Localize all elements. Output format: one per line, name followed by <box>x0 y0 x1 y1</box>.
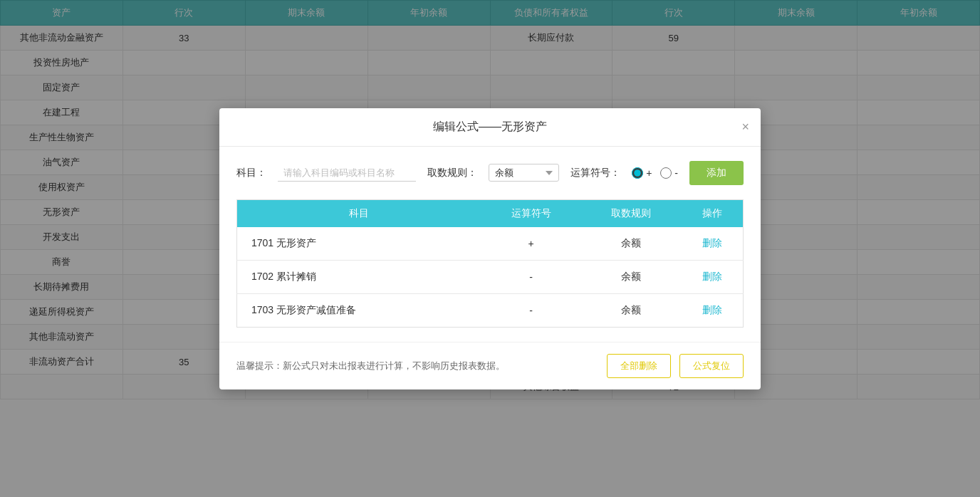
delete-link[interactable]: 删除 <box>702 271 722 282</box>
cell-action: 删除 <box>682 293 744 327</box>
col-subject: 科目 <box>237 199 481 227</box>
col-rule: 取数规则 <box>581 199 682 227</box>
operator-label: 运算符号： <box>570 167 620 179</box>
cell-subject: 1703 无形资产减值准备 <box>237 293 481 327</box>
delete-link[interactable]: 删除 <box>702 237 722 248</box>
modal-body: 科目： 取数规则： 余额 借方 贷方 借方发生额 贷方发生额 运算符号： <box>219 147 761 342</box>
col-action: 操作 <box>682 199 744 227</box>
rule-label: 取数规则： <box>427 167 477 179</box>
cell-action: 删除 <box>682 227 744 261</box>
hint-text: 温馨提示：新公式只对未出报表进行计算，不影响历史报表数据。 <box>236 360 505 372</box>
modal-title: 编辑公式——无形资产 <box>433 120 547 132</box>
formula-table: 科目 运算符号 取数规则 操作 1701 无形资产+余额删除1702 累计摊销-… <box>236 199 744 328</box>
rule-select-wrap: 余额 借方 贷方 借方发生额 贷方发生额 <box>489 164 559 182</box>
reset-button[interactable]: 公式复位 <box>679 354 744 378</box>
footer-buttons: 全部删除 公式复位 <box>607 354 744 378</box>
modal-footer: 温馨提示：新公式只对未出报表进行计算，不影响历史报表数据。 全部删除 公式复位 <box>219 342 761 389</box>
operator-minus-label[interactable]: - <box>660 167 678 179</box>
cell-operator: - <box>481 293 581 327</box>
operator-minus-text: - <box>674 167 678 179</box>
col-operator: 运算符号 <box>481 199 581 227</box>
add-button[interactable]: 添加 <box>689 161 744 185</box>
cell-rule: 余额 <box>581 293 682 327</box>
cell-rule: 余额 <box>581 227 682 261</box>
cell-subject: 1702 累计摊销 <box>237 260 481 293</box>
subject-label: 科目： <box>236 167 266 179</box>
modal: 编辑公式——无形资产 × 科目： 取数规则： 余额 借方 贷方 借方发生额 贷方… <box>219 108 761 389</box>
cell-operator: - <box>481 260 581 293</box>
operator-plus-radio[interactable] <box>632 167 643 179</box>
operator-minus-radio[interactable] <box>660 167 672 179</box>
cell-action: 删除 <box>682 260 744 293</box>
delete-all-button[interactable]: 全部删除 <box>607 354 671 378</box>
operator-plus-text: + <box>646 167 652 179</box>
rule-select[interactable]: 余额 借方 贷方 借方发生额 贷方发生额 <box>489 164 559 182</box>
modal-close-button[interactable]: × <box>741 120 749 133</box>
form-row: 科目： 取数规则： 余额 借方 贷方 借方发生额 贷方发生额 运算符号： <box>236 161 744 185</box>
operator-plus-label[interactable]: + <box>632 167 652 179</box>
table-row: 1703 无形资产减值准备-余额删除 <box>237 293 744 327</box>
subject-input[interactable] <box>278 164 416 182</box>
cell-subject: 1701 无形资产 <box>237 227 481 261</box>
delete-link[interactable]: 删除 <box>702 304 722 315</box>
table-row: 1701 无形资产+余额删除 <box>237 227 744 261</box>
modal-overlay: 编辑公式——无形资产 × 科目： 取数规则： 余额 借方 贷方 借方发生额 贷方… <box>0 0 980 497</box>
cell-rule: 余额 <box>581 260 682 293</box>
cell-operator: + <box>481 227 581 261</box>
table-header-row: 科目 运算符号 取数规则 操作 <box>237 199 744 227</box>
table-row: 1702 累计摊销-余额删除 <box>237 260 744 293</box>
operator-group: + - <box>632 167 678 179</box>
modal-header: 编辑公式——无形资产 × <box>219 108 761 147</box>
